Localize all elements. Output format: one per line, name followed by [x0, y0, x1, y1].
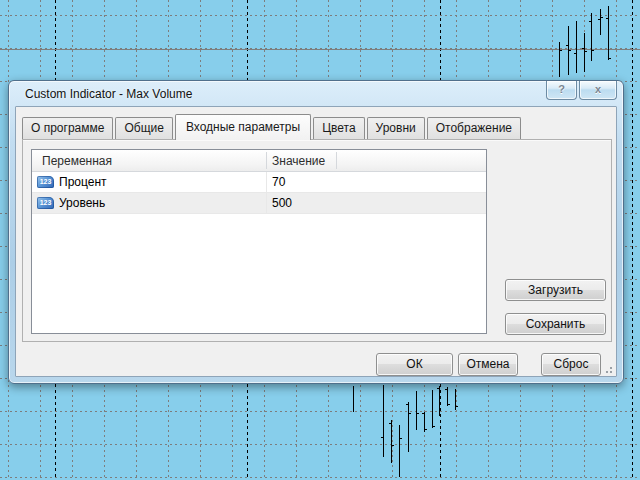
ohlc-bar [559, 42, 560, 77]
close-tick [408, 413, 411, 414]
open-tick [422, 413, 425, 414]
ohlc-bar [608, 6, 609, 60]
open-tick [437, 388, 440, 389]
open-tick [606, 18, 609, 19]
ohlc-bar [408, 402, 409, 452]
column-divider[interactable] [336, 152, 337, 169]
help-button[interactable]: ? [546, 81, 577, 100]
parameter-row[interactable]: 123Уровень500 [32, 193, 486, 214]
close-tick [424, 429, 427, 430]
inputs-tab-page: Переменная Значение 123Процент70123Урове… [22, 139, 612, 342]
close-tick [608, 58, 611, 59]
period-separator-line [632, 0, 633, 480]
price-level-line [0, 49, 640, 50]
parameters-list[interactable]: Переменная Значение 123Процент70123Урове… [31, 149, 487, 334]
save-button[interactable]: Сохранить [505, 313, 606, 335]
row-column-divider [266, 193, 267, 213]
grid-line-horizontal [0, 477, 640, 478]
ohlc-bar [568, 26, 569, 75]
ohlc-bar [353, 386, 354, 412]
open-tick [589, 21, 592, 22]
close-tick [399, 438, 402, 439]
close-tick [391, 445, 394, 446]
tab-common[interactable]: Общие [115, 117, 172, 139]
column-header-value[interactable]: Значение [272, 154, 325, 168]
open-tick [574, 53, 577, 54]
column-divider[interactable] [266, 152, 267, 169]
cancel-button[interactable]: Отмена [458, 353, 518, 376]
open-tick [598, 19, 601, 20]
dialog-client-area: О программеОбщиеВходные параметрыЦветаУр… [15, 106, 617, 377]
tab-display[interactable]: Отображение [427, 117, 521, 139]
open-tick [381, 437, 384, 438]
row-column-divider [266, 172, 267, 192]
ohlc-bar [391, 420, 392, 463]
parameter-name: Уровень [59, 196, 105, 210]
close-tick [447, 404, 450, 405]
close-tick [584, 51, 587, 52]
close-button[interactable]: x [579, 81, 617, 100]
column-header-variable[interactable]: Переменная [42, 154, 112, 168]
resize-grip[interactable] [603, 364, 613, 374]
ohlc-bar [399, 425, 400, 477]
grid-line-horizontal [0, 15, 640, 16]
ohlc-bar [576, 21, 577, 73]
parameters-list-header[interactable]: Переменная Значение [32, 150, 486, 172]
parameter-value[interactable]: 70 [272, 175, 285, 189]
parameter-value[interactable]: 500 [272, 196, 292, 210]
tab-levels[interactable]: Уровни [367, 117, 425, 139]
ohlc-bar [432, 390, 433, 428]
open-tick [389, 423, 392, 424]
parameter-row[interactable]: 123Процент70 [32, 172, 486, 193]
ohlc-bar [416, 391, 417, 430]
ok-button[interactable]: ОК [376, 353, 453, 376]
close-tick [455, 406, 458, 407]
tab-inputs[interactable]: Входные параметры [175, 114, 311, 140]
close-tick [591, 50, 594, 51]
ohlc-bar [591, 13, 592, 61]
application-window: Custom Indicator - Max Volume ? x О прог… [0, 0, 640, 480]
close-tick [416, 413, 419, 414]
dialog-title: Custom Indicator - Max Volume [25, 87, 192, 101]
tab-colors[interactable]: Цвета [313, 117, 364, 139]
numeric-123-icon: 123 [37, 176, 54, 188]
tab-bar: О программеОбщиеВходные параметрыЦветаУр… [22, 114, 521, 139]
tab-about[interactable]: О программе [22, 117, 113, 139]
parameters-rows: 123Процент70123Уровень500 [32, 172, 486, 214]
grid-line-horizontal [0, 411, 640, 412]
ohlc-bar [447, 387, 448, 406]
ohlc-bar [584, 33, 585, 72]
parameter-name: Процент [59, 175, 107, 189]
grid-line-horizontal [0, 444, 640, 445]
ohlc-bar [383, 385, 384, 457]
open-tick [582, 48, 585, 49]
ohlc-bar [455, 389, 456, 410]
open-tick [445, 389, 448, 390]
close-tick [559, 50, 562, 51]
open-tick [406, 404, 409, 405]
open-tick [566, 45, 569, 46]
dialog-titlebar[interactable]: Custom Indicator - Max Volume ? x [9, 81, 623, 107]
ohlc-bar [600, 9, 601, 35]
close-tick [432, 426, 435, 427]
load-button[interactable]: Загрузить [505, 279, 606, 301]
close-tick [600, 17, 603, 18]
numeric-123-icon: 123 [37, 197, 54, 209]
ohlc-bar [439, 386, 440, 416]
reset-button[interactable]: Сброс [541, 353, 601, 376]
close-tick [568, 50, 571, 51]
indicator-dialog: Custom Indicator - Max Volume ? x О прог… [8, 80, 624, 384]
ohlc-bar [424, 412, 425, 432]
